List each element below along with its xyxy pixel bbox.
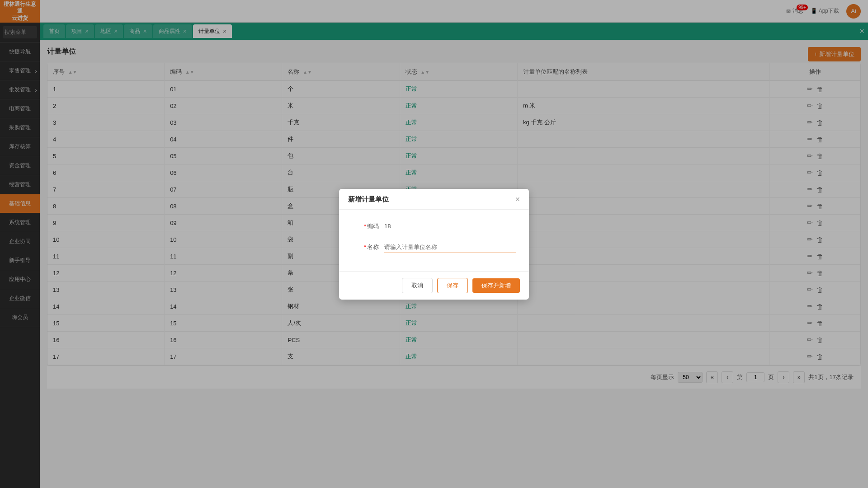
save-and-new-button[interactable]: 保存并新增 (472, 278, 520, 293)
modal-footer: 取消 保存 保存并新增 (339, 271, 529, 300)
required-mark-code: * (364, 223, 366, 230)
modal-title: 新增计量单位 (348, 195, 389, 204)
form-row-code: *编码 (352, 221, 516, 232)
cancel-button[interactable]: 取消 (402, 278, 433, 293)
name-input[interactable] (384, 241, 516, 253)
modal-overlay: 新增计量单位 × *编码 *名称 取消 保存 保存并新增 (0, 0, 868, 488)
add-unit-modal: 新增计量单位 × *编码 *名称 取消 保存 保存并新增 (339, 189, 529, 300)
modal-header: 新增计量单位 × (339, 189, 529, 210)
save-button[interactable]: 保存 (437, 278, 468, 293)
modal-close-button[interactable]: × (515, 195, 520, 203)
code-input[interactable] (384, 221, 516, 232)
form-row-name: *名称 (352, 241, 516, 253)
required-mark-name: * (364, 244, 366, 250)
modal-body: *编码 *名称 (339, 210, 529, 271)
form-label-code: *编码 (352, 222, 379, 230)
form-label-name: *名称 (352, 243, 379, 251)
